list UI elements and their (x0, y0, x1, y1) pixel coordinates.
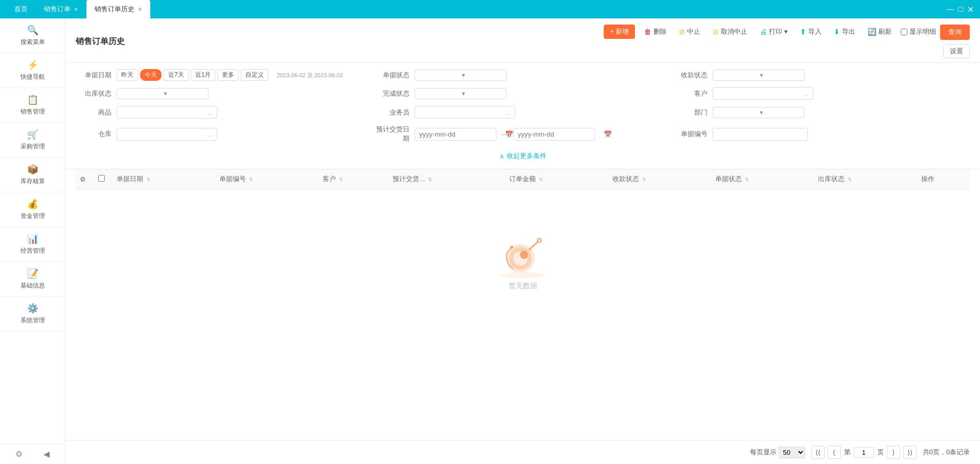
col-delivery-sort[interactable]: ⇅ (428, 176, 432, 182)
delete-button[interactable]: 🗑 删除 (641, 25, 670, 38)
customer-dots[interactable]: ... (803, 90, 809, 97)
sidebar-item-quick-nav[interactable]: ⚡ 快捷导航 (0, 53, 65, 88)
operations-icon: 📊 (27, 233, 38, 245)
customer-input[interactable]: ... (713, 87, 813, 100)
table-checkbox-col[interactable] (94, 169, 112, 189)
complete-status-arrow: ▼ (461, 91, 502, 97)
show-detail-checkbox[interactable] (901, 29, 907, 35)
filter-receipt-col: 收款状态 ▼ (672, 70, 970, 81)
tab-sales-order-close[interactable]: ✕ (74, 6, 78, 13)
delivery-to-input[interactable]: 📅 (513, 128, 595, 141)
orderno-label: 单据编号 (672, 129, 713, 139)
date-btn-7days[interactable]: 近7天 (164, 69, 189, 81)
empty-illustration (492, 230, 554, 281)
sidebar-item-search-menu[interactable]: 🔍 搜索菜单 (0, 18, 65, 53)
tab-home[interactable]: 首页 (6, 0, 36, 18)
date-btn-yesterday[interactable]: 昨天 (117, 69, 138, 81)
date-btn-today[interactable]: 今天 (140, 69, 162, 81)
dept-arrow: ▼ (759, 109, 800, 116)
dept-label: 部门 (672, 108, 713, 117)
empty-text: 暂无数据 (509, 281, 537, 291)
out-status-select[interactable]: ▼ (117, 88, 209, 99)
new-button[interactable]: + 新增 (604, 25, 635, 39)
sidebar-item-inventory[interactable]: 📦 库存核算 (0, 158, 65, 192)
sidebar-item-operations[interactable]: 📊 经营管理 (0, 227, 65, 262)
prev-page-button[interactable]: ⟨ (828, 446, 841, 459)
sidebar-item-system[interactable]: ⚙️ 系统管理 (0, 297, 65, 332)
complete-status-select[interactable]: ▼ (415, 88, 507, 99)
stop-button[interactable]: ⊘ 中止 (676, 25, 703, 38)
stop-icon: ⊘ (679, 28, 685, 36)
export-button[interactable]: ⬇ 导出 (831, 25, 858, 38)
date-btn-1month[interactable]: 近1月 (191, 69, 216, 81)
close-button[interactable]: ✕ (967, 5, 974, 14)
warehouse-input[interactable]: ... (117, 128, 217, 141)
svg-point-7 (510, 246, 513, 249)
page-number-input[interactable] (854, 447, 874, 458)
salesman-dots[interactable]: ... (505, 108, 511, 116)
col-no: 单据编号⇅ (215, 169, 318, 189)
delivery-from-input[interactable]: 📅 (415, 128, 496, 141)
sidebar-collapse-icon[interactable]: ◀ (43, 449, 50, 459)
receipt-status-select[interactable]: ▼ (713, 70, 805, 81)
col-doc-sort[interactable]: ⇅ (745, 176, 749, 182)
col-no-label: 单据编号 (219, 174, 246, 184)
delivery-to-field[interactable] (518, 130, 604, 138)
sidebar-item-base-info[interactable]: 📝 基础信息 (0, 262, 65, 297)
data-table: ⚙ 单据日期⇅ 单据编号⇅ 客户⇅ 预计交货...⇅ 订单金额⇅ 收款状态⇅ 单… (76, 169, 970, 189)
customer-input-field[interactable] (717, 90, 803, 97)
date-btn-custom[interactable]: 自定义 (241, 69, 268, 81)
delivery-from-field[interactable] (419, 130, 505, 138)
col-out-sort[interactable]: ⇅ (848, 176, 852, 182)
next-page-button[interactable]: ⟩ (887, 446, 900, 459)
query-button[interactable]: 查询 (940, 25, 970, 40)
sidebar-settings-icon[interactable]: ⚙ (15, 449, 22, 459)
select-all-checkbox[interactable] (98, 175, 105, 182)
import-button[interactable]: ⬆ 导入 (797, 25, 825, 38)
col-date-sort[interactable]: ⇅ (146, 176, 150, 182)
product-input-field[interactable] (121, 108, 207, 116)
sidebar-item-finance[interactable]: 💰 资金管理 (0, 192, 65, 227)
sidebar-item-purchase-label: 采购管理 (20, 142, 45, 151)
orderno-input-field[interactable] (717, 130, 803, 138)
orderno-input[interactable] (713, 128, 808, 141)
sidebar-item-search-menu-label: 搜索菜单 (20, 38, 45, 47)
table-container: ⚙ 单据日期⇅ 单据编号⇅ 客户⇅ 预计交货...⇅ 订单金额⇅ 收款状态⇅ 单… (65, 169, 980, 440)
first-page-button[interactable]: ⟨⟨ (811, 446, 825, 459)
print-button[interactable]: 🖨 打印 ▾ (757, 25, 791, 38)
warehouse-input-field[interactable] (121, 130, 207, 138)
sales-icon: 📋 (27, 94, 38, 105)
status-select[interactable]: ▼ (415, 70, 507, 81)
collapse-button[interactable]: ∧ 收起更多条件 (76, 149, 970, 163)
sidebar: 🔍 搜索菜单 ⚡ 快捷导航 📋 销售管理 🛒 采购管理 📦 库存核算 💰 资金管… (0, 18, 65, 464)
cancel-stop-button[interactable]: ⊙ 取消中止 (710, 25, 750, 38)
col-no-sort[interactable]: ⇅ (249, 176, 253, 182)
sidebar-item-purchase[interactable]: 🛒 采购管理 (0, 123, 65, 158)
minimize-button[interactable]: — (946, 5, 954, 14)
page-size-select[interactable]: 10 20 50 100 (779, 447, 805, 458)
refresh-button[interactable]: 🔄 刷新 (864, 25, 895, 38)
product-dots[interactable]: ... (207, 108, 213, 116)
date-btn-more[interactable]: 更多 (217, 69, 239, 81)
top-bar: 首页 销售订单 ✕ 销售订单历史 ✕ — □ ✕ (0, 0, 980, 18)
tab-sales-order[interactable]: 销售订单 ✕ (36, 0, 86, 18)
tab-sales-history-close[interactable]: ✕ (138, 6, 142, 13)
salesman-input-field[interactable] (419, 108, 505, 116)
col-receipt-sort[interactable]: ⇅ (642, 176, 646, 182)
sidebar-item-sales[interactable]: 📋 销售管理 (0, 88, 65, 123)
table-settings-col[interactable]: ⚙ (76, 169, 94, 189)
product-input[interactable]: ... (117, 106, 217, 119)
warehouse-dots[interactable]: ... (207, 130, 213, 138)
maximize-button[interactable]: □ (958, 5, 963, 14)
tab-sales-history[interactable]: 销售订单历史 ✕ (86, 0, 150, 18)
last-page-button[interactable]: ⟩⟩ (903, 446, 917, 459)
dept-select[interactable]: ▼ (713, 107, 805, 118)
delivery-to-cal-icon[interactable]: 📅 (604, 130, 612, 138)
settings-button[interactable]: 设置 (943, 44, 970, 58)
col-customer-sort[interactable]: ⇅ (339, 176, 343, 182)
salesman-input[interactable]: ... (415, 106, 515, 119)
status-filter-label: 单据状态 (374, 71, 415, 80)
page-size-selector: 每页显示 10 20 50 100 (750, 447, 805, 458)
col-amount-sort[interactable]: ⇅ (539, 176, 543, 182)
show-detail-toggle[interactable]: 显示明细 (901, 27, 936, 36)
